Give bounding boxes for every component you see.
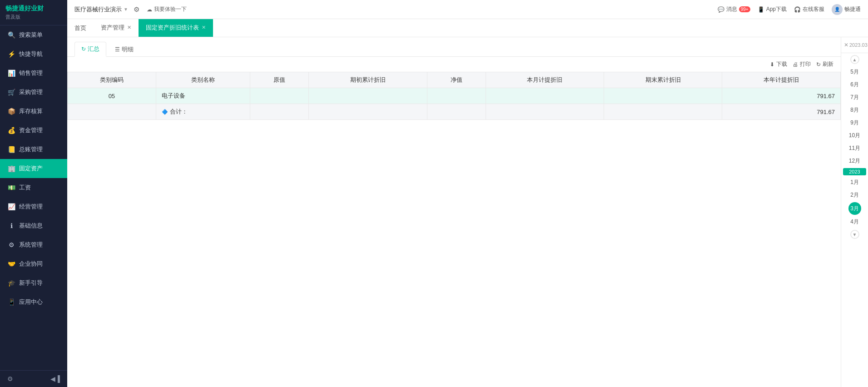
sidebar-item-cooperation[interactable]: 🤝 企业协同 [0,254,67,273]
sub-tab-detail[interactable]: ☰ 明细 [108,42,140,56]
tab-label-depreciation-table: 固定资产折旧统计表 [146,24,199,32]
table-cell: 791.67 [722,88,841,104]
timeline-month[interactable]: 1月 [843,176,866,189]
col-header: 类别编码 [68,72,156,88]
right-panel: ✕ 2023.03 ⤢ ▲5月6月7月8月9月10月11月12月20231月2月… [841,37,868,387]
depreciation-table: 类别编码类别名称原值期初累计折旧净值本月计提折旧期末累计折旧本年计提折旧 05电… [67,72,841,120]
timeline-month[interactable]: 10月 [843,129,866,142]
tab-home[interactable]: 首页 [67,19,94,37]
customer-service-btn[interactable]: 🎧 在线客服 [794,5,824,13]
timeline-month[interactable]: 6月 [843,79,866,91]
sub-tab-icon-summary: ↻ [81,46,86,52]
col-header: 类别名称 [156,72,250,88]
message-btn[interactable]: 💬 消息 99+ [718,5,750,13]
user-name: 畅捷通 [844,5,861,13]
content-area: ↻ 汇总 ☰ 明细 ⬇ 下载 🖨 打印 ↻ 刷新 [67,37,868,387]
nav-icon-sales: 📊 [7,69,15,77]
tab-asset-management[interactable]: 资产管理✕ [94,19,139,37]
col-header: 期初累计折旧 [309,72,427,88]
toolbar: ⬇ 下载 🖨 打印 ↻ 刷新 [67,57,841,72]
sidebar-item-inventory[interactable]: 📦 库存核算 [0,102,67,121]
nav-icon-system: ⚙ [7,241,15,249]
total-cell [68,104,156,120]
sidebar-item-operations[interactable]: 📈 经营管理 [0,197,67,216]
sidebar-item-fixed-assets[interactable]: 🏢 固定资产 [0,159,67,178]
sidebar-item-app-center[interactable]: 📱 应用中心 [0,293,67,312]
tab-label-home: 首页 [74,24,86,32]
user-profile[interactable]: 👤 畅捷通 [832,4,861,15]
table-cell: 电子设备 [156,88,250,104]
timeline-scroll-down[interactable]: ▼ [850,230,859,239]
sidebar-item-search[interactable]: 🔍 搜索菜单 [0,25,67,45]
timeline-month[interactable]: 12月 [843,155,866,167]
sub-tabs: ↻ 汇总 ☰ 明细 [67,37,841,57]
nav-label-basic-info: 基础信息 [19,222,43,230]
app-download-btn[interactable]: 📱 App下载 [758,5,787,13]
tab-close-depreciation-table[interactable]: ✕ [202,25,206,30]
sidebar-nav: 🔍 搜索菜单 ⚡ 快捷导航 📊 销售管理 🛒 采购管理 📦 库存核算 💰 资金管… [0,25,67,370]
nav-icon-guide: 🎓 [7,279,15,287]
timeline-month[interactable]: 8月 [843,104,866,116]
timeline-month[interactable]: 7月 [843,91,866,104]
right-panel-close-icon[interactable]: ✕ [844,42,848,48]
total-cell [309,104,427,120]
sidebar-item-system[interactable]: ⚙ 系统管理 [0,235,67,254]
nav-icon-cooperation: 🤝 [7,260,15,268]
total-cell [427,104,486,120]
nav-icon-basic-info: ℹ [7,222,15,230]
topbar: 医疗器械行业演示 ▼ ⚙ ☁ 我要体验一下 💬 消息 99+ 📱 App下载 🎧… [67,0,868,19]
print-label: 打印 [800,60,811,68]
sidebar-item-payroll[interactable]: 💵 工资 [0,178,67,197]
sidebar-item-purchase[interactable]: 🛒 采购管理 [0,83,67,102]
tab-bar: 首页资产管理✕固定资产折旧统计表✕ [67,19,868,37]
sidebar-item-funds[interactable]: 💰 资金管理 [0,121,67,140]
refresh-btn[interactable]: ↻ 刷新 [816,60,833,68]
headset-icon: 🎧 [794,6,801,13]
table-cell [250,88,309,104]
print-btn[interactable]: 🖨 打印 [793,60,811,68]
company-selector[interactable]: 医疗器械行业演示 ▼ [74,5,128,14]
sidebar-item-ledger[interactable]: 📒 总账管理 [0,140,67,159]
nav-label-guide: 新手引导 [19,279,43,287]
nav-label-payroll: 工资 [19,184,31,192]
nav-icon-funds: 💰 [7,126,15,134]
download-icon: 📱 [758,6,764,13]
experience-btn[interactable]: ☁ 我要体验一下 [147,5,187,13]
timeline-month[interactable]: 2月 [843,189,866,201]
table-cell [427,88,486,104]
sidebar-item-sales[interactable]: 📊 销售管理 [0,64,67,83]
col-header: 本年计提折旧 [722,72,841,88]
collapse-icon[interactable]: ◀▐ [50,375,60,382]
topbar-settings-icon[interactable]: ⚙ [134,5,139,14]
topbar-right: 💬 消息 99+ 📱 App下载 🎧 在线客服 👤 畅捷通 [718,4,861,15]
nav-label-cooperation: 企业协同 [19,260,43,268]
sidebar: 畅捷通好业财 普及版 🔍 搜索菜单 ⚡ 快捷导航 📊 销售管理 🛒 采购管理 📦… [0,0,67,387]
timeline-month[interactable]: 4月 [843,216,866,228]
total-icon: 🔷 [162,109,168,114]
timeline-month[interactable]: 5月 [843,66,866,78]
sidebar-item-basic-info[interactable]: ℹ 基础信息 [0,216,67,235]
timeline-month[interactable]: 9月 [843,117,866,129]
timeline-scroll-up[interactable]: ▲ [850,55,859,64]
nav-label-purchase: 采购管理 [19,88,43,96]
sidebar-item-quick-nav[interactable]: ⚡ 快捷导航 [0,45,67,64]
settings-icon[interactable]: ⚙ [7,375,13,382]
table-cell: 05 [68,88,156,104]
nav-icon-purchase: 🛒 [7,88,15,96]
timeline-year[interactable]: 2023 [843,168,866,175]
col-header: 净值 [427,72,486,88]
tab-close-asset-management[interactable]: ✕ [127,25,131,30]
col-header: 原值 [250,72,309,88]
download-btn[interactable]: ⬇ 下载 [770,60,787,68]
timeline-month[interactable]: 11月 [843,142,866,154]
sub-tab-summary[interactable]: ↻ 汇总 [74,42,106,57]
cloud-icon: ☁ [147,6,152,13]
sidebar-item-guide[interactable]: 🎓 新手引导 [0,273,67,293]
sub-tab-label-summary: 汇总 [88,45,99,53]
col-header: 期末累计折旧 [604,72,722,88]
app-title: 畅捷通好业财 [5,5,44,13]
nav-icon-ledger: 📒 [7,145,15,154]
avatar: 👤 [832,4,843,15]
tab-depreciation-table[interactable]: 固定资产折旧统计表✕ [139,19,213,37]
timeline-month-active[interactable]: 3月 [848,202,861,215]
